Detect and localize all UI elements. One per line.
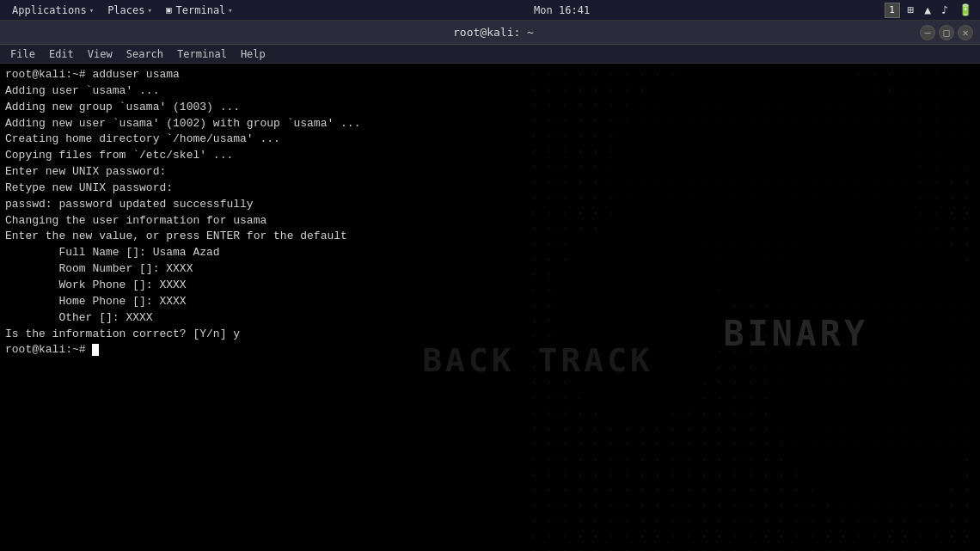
- terminal-line: Enter the new value, or press ENTER for …: [5, 229, 975, 245]
- menu-view[interactable]: View: [81, 46, 119, 62]
- minimize-button[interactable]: –: [920, 25, 935, 40]
- wifi-icon[interactable]: ▲: [922, 2, 934, 18]
- terminal-line: Copying files from `/etc/skel' ...: [5, 148, 975, 164]
- menu-terminal[interactable]: Terminal: [170, 46, 234, 62]
- window-title: root@kali: ~: [453, 26, 534, 39]
- places-label: Places: [107, 4, 144, 16]
- system-bar-left: Applications ▾ Places ▾ ▣ Terminal ▾: [5, 3, 240, 18]
- menu-view-label: View: [88, 48, 113, 60]
- applications-chevron: ▾: [89, 6, 94, 15]
- terminal-line: passwd: password updated successfully: [5, 197, 975, 213]
- close-button[interactable]: ✕: [958, 25, 973, 40]
- menu-file-label: File: [10, 48, 35, 60]
- window-controls: – □ ✕: [920, 25, 973, 40]
- terminal-chevron: ▾: [228, 6, 232, 15]
- close-icon: ✕: [962, 27, 968, 39]
- applications-menu[interactable]: Applications ▾: [5, 3, 101, 18]
- terminal-line: Home Phone []: XXXX: [5, 294, 975, 310]
- volume-icon[interactable]: ♪: [939, 2, 951, 18]
- terminal-label: Terminal: [176, 4, 226, 16]
- terminal-line: Adding new group `usama' (1003) ...: [5, 100, 975, 116]
- terminal-line: Enter new UNIX password:: [5, 164, 975, 181]
- title-bar: root@kali: ~ – □ ✕: [0, 21, 980, 45]
- places-chevron: ▾: [147, 6, 151, 15]
- terminal-output: root@kali:~# adduser usamaAdding user `u…: [5, 67, 975, 358]
- terminal-menu[interactable]: ▣ Terminal ▾: [159, 3, 240, 18]
- terminal-line: Other []: XXXX: [5, 310, 975, 327]
- menu-edit-label: Edit: [49, 48, 74, 60]
- terminal-line: root@kali:~# adduser usama: [5, 67, 975, 83]
- clock: Mon 16:41: [240, 4, 885, 16]
- title-text: root@kali: ~: [67, 26, 920, 39]
- terminal-cursor: [92, 344, 99, 356]
- terminal-window: BACK TRACK BINARY root@kali: ~ – □ ✕ Fil…: [0, 21, 980, 551]
- terminal-line: Changing the user information for usama: [5, 213, 975, 230]
- menu-search-label: Search: [126, 48, 163, 60]
- terminal-line: Retype new UNIX password:: [5, 181, 975, 197]
- workspace-label: 1: [889, 4, 895, 15]
- terminal-line: Creating home directory `/home/usama' ..…: [5, 132, 975, 148]
- terminal-content[interactable]: root@kali:~# adduser usamaAdding user `u…: [0, 64, 980, 551]
- menu-terminal-label: Terminal: [177, 48, 227, 60]
- terminal-line: Work Phone []: XXXX: [5, 278, 975, 294]
- terminal-icon: ▣: [166, 4, 172, 15]
- places-menu[interactable]: Places ▾: [101, 3, 159, 18]
- terminal-line: root@kali:~#: [5, 342, 975, 358]
- terminal-line: Room Number []: XXXX: [5, 261, 975, 278]
- menu-help-label: Help: [241, 48, 266, 60]
- minimize-icon: –: [924, 27, 930, 39]
- terminal-line: Adding new user `usama' (1002) with grou…: [5, 116, 975, 132]
- menu-file[interactable]: File: [3, 46, 42, 62]
- terminal-line: Adding user `usama' ...: [5, 83, 975, 100]
- network-icon[interactable]: ⊞: [905, 2, 917, 18]
- system-bar-right: 1 ⊞ ▲ ♪ 🔋: [885, 2, 975, 18]
- menu-edit[interactable]: Edit: [42, 46, 81, 62]
- maximize-button[interactable]: □: [939, 25, 954, 40]
- applications-label: Applications: [12, 4, 87, 16]
- clock-text: Mon 16:41: [534, 4, 590, 16]
- menu-search[interactable]: Search: [119, 46, 170, 62]
- maximize-icon: □: [943, 27, 949, 39]
- battery-icon[interactable]: 🔋: [956, 2, 975, 18]
- workspace-number[interactable]: 1: [885, 3, 900, 18]
- terminal-line: Is the information correct? [Y/n] y: [5, 327, 975, 343]
- system-bar: Applications ▾ Places ▾ ▣ Terminal ▾ Mon…: [0, 0, 980, 21]
- menu-help[interactable]: Help: [234, 46, 273, 62]
- terminal-line: Full Name []: Usama Azad: [5, 245, 975, 261]
- menu-bar: File Edit View Search Terminal Help: [0, 45, 980, 64]
